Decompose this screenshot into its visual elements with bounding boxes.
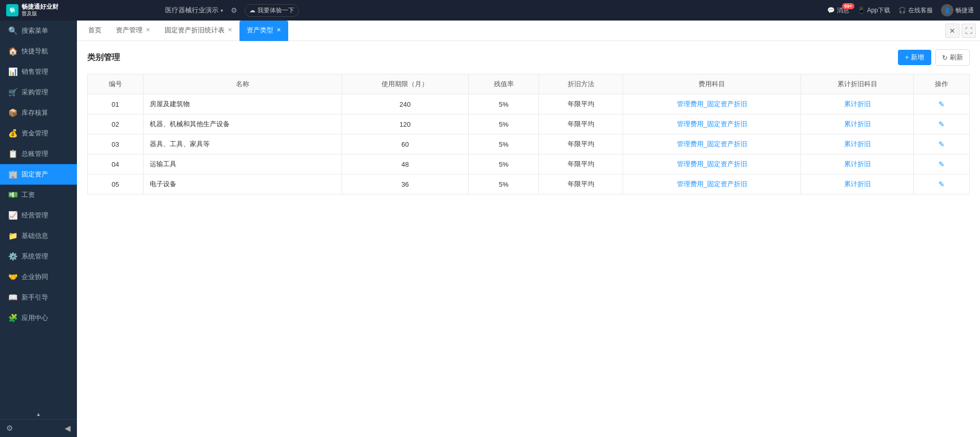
- th-accum: 累计折旧科目: [801, 74, 914, 94]
- td-accum-1: 累计折旧: [801, 114, 914, 134]
- app-logo: 畅 畅捷通好业财 普及版: [6, 3, 83, 17]
- td-method-0: 年限平均: [539, 94, 623, 114]
- td-residual-4: 5%: [469, 174, 539, 194]
- tab-bar: 首页资产管理✕固定资产折旧统计表✕资产类型✕ ✕ ⛶: [77, 21, 980, 41]
- td-expense-4: 管理费用_固定资产折旧: [623, 174, 801, 194]
- sidebar-icon-operations: 📈: [8, 211, 17, 220]
- service-button[interactable]: 🎧 在线客服: [898, 6, 933, 15]
- app-download-label: App下载: [867, 6, 890, 15]
- td-code-1: 02: [88, 114, 144, 134]
- user-button[interactable]: 👤 畅捷通: [941, 4, 974, 16]
- sidebar-label-purchase: 采购管理: [22, 88, 48, 97]
- company-dropdown-icon: ▾: [221, 8, 223, 13]
- tab-asset_type[interactable]: 资产类型✕: [239, 21, 288, 41]
- sidebar: 🔍 搜索菜单 🏠 快捷导航 📊 销售管理 🛒 采购管理 📦 库存核算 💰 资金管…: [0, 21, 77, 437]
- td-name-3: 运输工具: [143, 154, 342, 174]
- table-row: 04运输工具485%年限平均管理费用_固定资产折旧累计折旧✎: [88, 154, 970, 174]
- td-method-2: 年限平均: [539, 134, 623, 154]
- tab-close-all-button[interactable]: ✕: [945, 24, 959, 38]
- headset-icon: 🎧: [898, 7, 906, 14]
- sidebar-item-quicknav[interactable]: 🏠 快捷导航: [0, 41, 77, 62]
- sidebar-item-app_center[interactable]: 🧩 应用中心: [0, 308, 77, 328]
- sidebar-item-operations[interactable]: 📈 经营管理: [0, 205, 77, 226]
- tab-fullscreen-button[interactable]: ⛶: [962, 24, 976, 38]
- td-residual-1: 5%: [469, 114, 539, 134]
- td-op-1[interactable]: ✎: [914, 114, 970, 134]
- experience-label: 我要体验一下: [257, 6, 294, 15]
- sidebar-scroll-arrow[interactable]: ▲: [0, 409, 77, 419]
- sidebar-icon-fixed_assets: 🏢: [8, 170, 17, 179]
- table-row: 05电子设备365%年限平均管理费用_固定资产折旧累计折旧✎: [88, 174, 970, 194]
- sidebar-label-quicknav: 快捷导航: [22, 47, 48, 56]
- edit-icon-4[interactable]: ✎: [938, 180, 945, 188]
- td-expense-2: 管理费用_固定资产折旧: [623, 134, 801, 154]
- settings-button[interactable]: ⚙: [227, 4, 241, 17]
- sidebar-item-search[interactable]: 🔍 搜索菜单: [0, 21, 77, 41]
- edit-icon-3[interactable]: ✎: [938, 160, 945, 168]
- refresh-label: 刷新: [950, 53, 963, 62]
- app-download-button[interactable]: 📱 App下载: [857, 6, 890, 15]
- tab-label-home: 首页: [88, 26, 102, 35]
- sidebar-item-funds[interactable]: 💰 资金管理: [0, 123, 77, 144]
- tab-label-asset_type: 资产类型: [247, 26, 273, 35]
- sidebar-item-purchase[interactable]: 🛒 采购管理: [0, 82, 77, 103]
- sidebar-icon-app_center: 🧩: [8, 313, 17, 323]
- page-title: 类别管理: [87, 52, 120, 63]
- td-op-3[interactable]: ✎: [914, 154, 970, 174]
- td-expense-3: 管理费用_固定资产折旧: [623, 154, 801, 174]
- th-code: 编号: [88, 74, 144, 94]
- tab-close-asset_type[interactable]: ✕: [276, 27, 281, 33]
- sidebar-icon-quicknav: 🏠: [8, 47, 17, 56]
- tab-close-asset_mgmt[interactable]: ✕: [146, 27, 150, 33]
- sidebar-item-basic_info[interactable]: 📁 基础信息: [0, 226, 77, 246]
- sidebar-collapse-icon[interactable]: ◀: [65, 424, 71, 433]
- tab-home[interactable]: 首页: [81, 21, 109, 41]
- sidebar-item-payroll[interactable]: 💵 工资: [0, 185, 77, 205]
- td-period-1: 120: [342, 114, 469, 134]
- sidebar-item-fixed_assets[interactable]: 🏢 固定资产: [0, 164, 77, 185]
- cloud-icon: ☁: [249, 7, 255, 14]
- tab-depreciation_table[interactable]: 固定资产折旧统计表✕: [157, 21, 239, 41]
- td-op-4[interactable]: ✎: [914, 174, 970, 194]
- td-residual-3: 5%: [469, 154, 539, 174]
- company-name: 医疗器械行业演示: [165, 6, 218, 15]
- logo-icon: 畅: [6, 4, 18, 16]
- sidebar-item-cooperation[interactable]: 🤝 企业协同: [0, 267, 77, 287]
- sidebar-label-guide: 新手引导: [22, 293, 48, 302]
- table-row: 02机器、机械和其他生产设备1205%年限平均管理费用_固定资产折旧累计折旧✎: [88, 114, 970, 134]
- sidebar-settings-icon[interactable]: ⚙: [6, 424, 13, 433]
- sidebar-icon-guide: 📖: [8, 293, 17, 302]
- edit-icon-1[interactable]: ✎: [938, 120, 945, 128]
- sidebar-label-ledger: 总账管理: [22, 149, 48, 158]
- td-name-2: 器具、工具、家具等: [143, 134, 342, 154]
- td-op-0[interactable]: ✎: [914, 94, 970, 114]
- edit-icon-2[interactable]: ✎: [938, 140, 945, 148]
- message-button[interactable]: 💬 消息 99+: [827, 6, 849, 15]
- tab-asset_mgmt[interactable]: 资产管理✕: [109, 21, 157, 41]
- td-residual-0: 5%: [469, 94, 539, 114]
- sidebar-item-guide[interactable]: 📖 新手引导: [0, 287, 77, 308]
- page-content: 类别管理 + 新增 ↻ 刷新 编号名称使用期限（月）残值率折旧方法费用科目累计折…: [77, 41, 980, 437]
- td-op-2[interactable]: ✎: [914, 134, 970, 154]
- sidebar-item-ledger[interactable]: 📋 总账管理: [0, 144, 77, 164]
- sidebar-bottom: ⚙ ◀: [0, 419, 77, 437]
- phone-icon: 📱: [857, 7, 865, 14]
- sidebar-item-sales[interactable]: 📊 销售管理: [0, 62, 77, 82]
- tab-close-depreciation_table[interactable]: ✕: [228, 27, 232, 33]
- sidebar-item-inventory[interactable]: 📦 库存核算: [0, 103, 77, 123]
- edit-icon-0[interactable]: ✎: [938, 100, 945, 108]
- category-table: 编号名称使用期限（月）残值率折旧方法费用科目累计折旧科目操作 01房屋及建筑物2…: [87, 74, 970, 194]
- sidebar-icon-basic_info: 📁: [8, 231, 17, 241]
- sidebar-icon-purchase: 🛒: [8, 88, 17, 97]
- sidebar-label-funds: 资金管理: [22, 129, 48, 138]
- refresh-button[interactable]: ↻ 刷新: [935, 49, 970, 66]
- sidebar-label-inventory: 库存核算: [22, 108, 48, 117]
- experience-button[interactable]: ☁ 我要体验一下: [245, 4, 299, 17]
- sidebar-scroll: 🔍 搜索菜单 🏠 快捷导航 📊 销售管理 🛒 采购管理 📦 库存核算 💰 资金管…: [0, 21, 77, 409]
- new-button[interactable]: + 新增: [898, 50, 931, 65]
- sidebar-icon-payroll: 💵: [8, 190, 17, 200]
- company-selector[interactable]: 医疗器械行业演示 ▾: [165, 6, 223, 15]
- page-header: 类别管理 + 新增 ↻ 刷新: [87, 49, 970, 66]
- sidebar-item-system[interactable]: ⚙️ 系统管理: [0, 246, 77, 267]
- service-label: 在线客服: [908, 6, 933, 15]
